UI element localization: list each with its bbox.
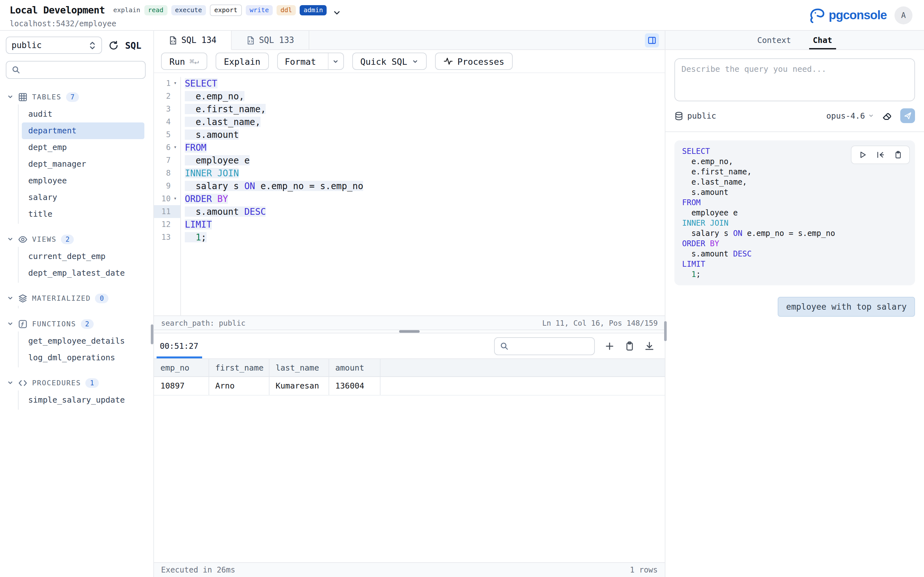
line-number: 8 bbox=[154, 167, 171, 179]
results-timer-tab[interactable]: 00:51:27 bbox=[157, 334, 202, 358]
model-select[interactable]: opus-4.6 bbox=[827, 111, 874, 121]
line-number: 9 bbox=[154, 179, 171, 192]
processes-button[interactable]: Processes bbox=[435, 53, 512, 70]
sidebar-section-header-procedures[interactable]: PROCEDURES 1 bbox=[0, 375, 153, 390]
sidebar-item-dept_emp_latest_date[interactable]: dept_emp_latest_date bbox=[22, 265, 144, 282]
fold-arrow-icon[interactable]: ▾ bbox=[171, 77, 180, 90]
format-dropdown[interactable] bbox=[328, 53, 343, 69]
add-row-icon[interactable] bbox=[604, 341, 615, 351]
sidebar-item-dept_manager[interactable]: dept_manager bbox=[22, 156, 144, 172]
permission-badge-admin[interactable]: admin bbox=[300, 5, 326, 15]
permission-badge-execute[interactable]: execute bbox=[171, 5, 206, 15]
eraser-icon[interactable] bbox=[882, 110, 893, 121]
fold-arrow-icon[interactable]: ▾ bbox=[171, 141, 180, 154]
execution-time: Executed in 26ms bbox=[161, 566, 235, 574]
cell-first_name[interactable]: Arno bbox=[208, 376, 269, 395]
download-icon[interactable] bbox=[644, 341, 654, 351]
send-button[interactable] bbox=[900, 108, 915, 123]
chat-prompt-input[interactable] bbox=[674, 58, 915, 101]
chevron-down-icon bbox=[412, 58, 418, 64]
cell-emp_no[interactable]: 10897 bbox=[154, 376, 208, 395]
results-table: emp_no first_name last_name amount 10897… bbox=[154, 359, 665, 395]
chevron-down-icon bbox=[7, 380, 13, 386]
tab-context[interactable]: Context bbox=[756, 31, 792, 49]
run-query-icon[interactable] bbox=[859, 151, 867, 159]
editor-code[interactable]: SELECT e.emp_no, e.first_name, e.last_na… bbox=[181, 77, 363, 316]
fold-arrow-icon[interactable]: ▾ bbox=[171, 192, 180, 205]
sidebar-section-tables: TABLES 7 auditdepartmentdept_empdept_man… bbox=[0, 89, 153, 224]
sidebar-section-views: VIEWS 2 current_dept_empdept_emp_latest_… bbox=[0, 231, 153, 283]
sidebar-section-header-materialized[interactable]: MATERIALIZED 0 bbox=[0, 290, 153, 306]
sidebar-item-dept_emp[interactable]: dept_emp bbox=[22, 139, 144, 156]
column-header-amount[interactable]: amount bbox=[328, 359, 380, 376]
sql-file-icon bbox=[246, 35, 254, 45]
sidebar-item-current_dept_emp[interactable]: current_dept_emp bbox=[22, 248, 144, 265]
search-icon bbox=[11, 65, 21, 74]
avatar[interactable]: A bbox=[895, 6, 913, 24]
cell-amount[interactable]: 136004 bbox=[328, 376, 380, 395]
chevron-down-icon bbox=[333, 58, 339, 64]
chevron-down-icon[interactable] bbox=[333, 8, 342, 17]
schema-select[interactable]: public bbox=[6, 37, 102, 54]
copy-icon[interactable] bbox=[894, 151, 902, 159]
results-header-row: emp_no first_name last_name amount bbox=[154, 359, 665, 376]
explain-button[interactable]: Explain bbox=[216, 53, 269, 70]
assistant-sql-code: SELECT e.emp_no, e.first_name, e.last_na… bbox=[682, 146, 907, 279]
table-grid-icon bbox=[18, 92, 27, 102]
copy-icon[interactable] bbox=[624, 341, 635, 351]
count-badge: 0 bbox=[95, 293, 108, 303]
quick-sql-button[interactable]: Quick SQL bbox=[352, 53, 426, 70]
sidebar-resize-handle[interactable] bbox=[151, 324, 153, 344]
format-button[interactable]: Format bbox=[277, 53, 344, 70]
editor-tabbar: SQL 134 SQL 133 bbox=[154, 31, 665, 50]
column-header-last_name[interactable]: last_name bbox=[269, 359, 328, 376]
permission-badge-export[interactable]: export bbox=[210, 4, 242, 16]
assistant-tabbar: Context Chat bbox=[666, 31, 924, 50]
sidebar-section-header-tables[interactable]: TABLES 7 bbox=[0, 89, 153, 105]
pgconsole-app: Local Development explainreadexecuteexpo… bbox=[0, 0, 924, 577]
editor-gutter: 1▾23456▾78910▾111213 bbox=[154, 77, 181, 316]
line-number: 6 bbox=[154, 141, 171, 154]
sidebar-item-title[interactable]: title bbox=[22, 206, 144, 222]
user-message-bubble: employee with top salary bbox=[778, 297, 915, 317]
sql-editor[interactable]: 1▾23456▾78910▾111213 SELECT e.emp_no, e.… bbox=[154, 73, 665, 316]
editor-statusbar: search_path: public Ln 11, Col 16, Pos 1… bbox=[154, 316, 665, 330]
sidebar-item-salary[interactable]: salary bbox=[22, 189, 144, 206]
permission-badges: explainreadexecuteexportwriteddladmin bbox=[113, 4, 327, 16]
pgconsole-logo: pgconsole bbox=[809, 7, 887, 24]
insert-into-editor-icon[interactable] bbox=[876, 151, 885, 159]
toggle-side-panel-button[interactable] bbox=[645, 33, 659, 47]
sidebar-section-header-views[interactable]: VIEWS 2 bbox=[0, 231, 153, 247]
sidebar-item-log_dml_operations[interactable]: log_dml_operations bbox=[22, 350, 144, 366]
line-number: 10 bbox=[154, 192, 171, 205]
columns-icon bbox=[648, 35, 656, 45]
refresh-icon[interactable] bbox=[108, 40, 119, 50]
sidebar-item-simple_salary_update[interactable]: simple_salary_update bbox=[22, 392, 144, 408]
results-resize-divider[interactable] bbox=[154, 330, 665, 334]
results-search-input[interactable] bbox=[494, 337, 595, 355]
permission-badge-write[interactable]: write bbox=[246, 5, 273, 15]
tab-sql-134[interactable]: SQL 134 bbox=[154, 31, 232, 50]
sidebar-search-input[interactable] bbox=[6, 61, 145, 79]
column-header-emp_no[interactable]: emp_no bbox=[154, 359, 208, 376]
permission-badge-explain[interactable]: explain bbox=[113, 5, 140, 15]
eye-icon bbox=[18, 234, 27, 244]
sidebar-item-get_employee_details[interactable]: get_employee_details bbox=[22, 333, 144, 350]
drag-handle[interactable] bbox=[399, 330, 420, 333]
sidebar-item-department[interactable]: department bbox=[22, 122, 144, 139]
panel-resize-handle[interactable] bbox=[664, 321, 666, 341]
tab-chat[interactable]: Chat bbox=[812, 31, 834, 49]
cell-last_name[interactable]: Kumaresan bbox=[269, 376, 328, 395]
line-number: 13 bbox=[154, 231, 171, 243]
run-button[interactable]: Run ⌘↵ bbox=[161, 53, 207, 70]
permission-badge-ddl[interactable]: ddl bbox=[276, 5, 296, 15]
elephant-icon bbox=[809, 7, 826, 24]
column-header-first_name[interactable]: first_name bbox=[208, 359, 269, 376]
permission-badge-read[interactable]: read bbox=[144, 5, 167, 15]
sidebar-item-employee[interactable]: employee bbox=[22, 172, 144, 189]
tab-sql-133[interactable]: SQL 133 bbox=[232, 31, 309, 49]
sidebar-section-header-functions[interactable]: FUNCTIONS 2 bbox=[0, 316, 153, 332]
sidebar-item-audit[interactable]: audit bbox=[22, 106, 144, 122]
context-schema-chip[interactable]: public bbox=[674, 111, 716, 121]
table-row[interactable]: 10897 Arno Kumaresan 136004 bbox=[154, 376, 665, 395]
